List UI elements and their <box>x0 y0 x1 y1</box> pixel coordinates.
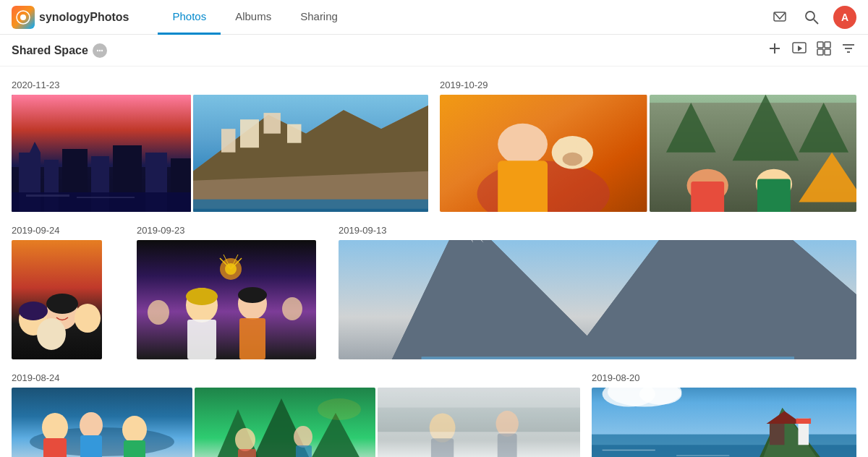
breadcrumb-actions <box>767 40 856 60</box>
date-label-2019-08-24: 2019-08-24 <box>12 372 580 383</box>
tab-albums[interactable]: Albums <box>221 0 286 35</box>
svg-rect-38 <box>287 124 302 143</box>
logo-text: synologyPhotos <box>39 11 129 24</box>
svg-rect-98 <box>124 440 145 457</box>
svg-point-93 <box>42 413 68 442</box>
svg-rect-14 <box>817 49 823 55</box>
svg-rect-74 <box>187 320 216 359</box>
svg-point-7 <box>101 49 103 51</box>
svg-point-64 <box>46 294 78 314</box>
date-label-2019-08-20: 2019-08-20 <box>592 372 856 383</box>
svg-rect-36 <box>240 119 259 148</box>
photo-hikers[interactable] <box>650 95 857 212</box>
date-label-2019-10-29: 2019-10-29 <box>440 80 856 90</box>
svg-rect-55 <box>691 181 724 212</box>
photo-party-selfie[interactable] <box>12 240 102 359</box>
date-label-2020-11-23: 2020-11-23 <box>12 80 428 90</box>
photo-island[interactable] <box>592 388 856 457</box>
date-label-2019-09-23: 2019-09-23 <box>137 225 327 236</box>
tab-photos[interactable]: Photos <box>158 0 221 35</box>
svg-rect-57 <box>757 179 790 212</box>
app-header: synologyPhotos Photos Albums Sharing A <box>0 0 868 35</box>
svg-point-78 <box>238 287 267 303</box>
grid-view-button[interactable] <box>816 40 832 60</box>
svg-point-6 <box>99 49 101 51</box>
section-2019-08-24: 2019-08-24 <box>12 365 580 457</box>
tab-sharing[interactable]: Sharing <box>286 0 352 35</box>
svg-rect-94 <box>43 438 67 457</box>
svg-point-95 <box>80 412 103 438</box>
section-2019-09-23: 2019-09-23 <box>137 218 327 359</box>
section-2019-08-20: 2019-08-20 <box>592 365 856 457</box>
photo-misty[interactable] <box>378 388 580 457</box>
svg-point-97 <box>122 416 147 443</box>
svg-rect-121 <box>770 424 784 445</box>
section-2019-09-13: 2019-09-13 <box>339 218 856 359</box>
add-button[interactable] <box>767 40 783 60</box>
svg-rect-13 <box>825 42 830 48</box>
svg-rect-44 <box>498 161 548 212</box>
svg-point-48 <box>563 153 583 166</box>
svg-point-47 <box>576 138 589 155</box>
svg-point-3 <box>806 12 814 20</box>
section-2020-11-23: 2020-11-23 <box>12 72 428 212</box>
breadcrumb-bar: Shared Space <box>0 35 868 67</box>
svg-point-80 <box>282 297 302 320</box>
svg-point-1 <box>20 14 26 20</box>
breadcrumb-left: Shared Space <box>12 43 107 58</box>
svg-rect-115 <box>378 388 580 408</box>
svg-point-103 <box>235 428 255 451</box>
svg-rect-31 <box>77 197 135 198</box>
section-2019-09-24: 2019-09-24 <box>12 218 125 359</box>
svg-rect-35 <box>221 129 236 153</box>
svg-rect-124 <box>796 419 811 424</box>
avatar[interactable]: A <box>833 6 856 29</box>
svg-rect-114 <box>378 432 580 457</box>
svg-point-43 <box>498 124 548 165</box>
photo-dog-orange[interactable] <box>440 95 647 212</box>
svg-rect-86 <box>422 356 795 359</box>
photo-party-dance[interactable] <box>137 240 316 359</box>
svg-point-46 <box>556 138 569 155</box>
svg-rect-12 <box>817 42 823 48</box>
svg-line-4 <box>814 20 818 24</box>
svg-point-77 <box>186 288 218 305</box>
svg-rect-30 <box>26 195 69 197</box>
slideshow-button[interactable] <box>791 40 807 60</box>
svg-marker-11 <box>798 46 802 51</box>
svg-point-79 <box>148 300 169 325</box>
svg-rect-40 <box>193 209 428 212</box>
svg-rect-15 <box>825 49 830 55</box>
svg-rect-76 <box>239 318 265 359</box>
photo-forest[interactable] <box>195 388 375 457</box>
main-nav: Photos Albums Sharing <box>158 0 770 35</box>
filter-button[interactable] <box>841 40 856 60</box>
breadcrumb-text: Shared Space <box>12 44 88 57</box>
svg-point-65 <box>19 302 48 320</box>
logo-icon <box>12 6 35 29</box>
svg-point-104 <box>294 426 312 448</box>
svg-point-107 <box>318 398 361 420</box>
photo-city-night[interactable] <box>12 95 191 212</box>
logo: synologyPhotos <box>12 6 129 29</box>
svg-rect-106 <box>296 445 312 457</box>
main-content: 2020-11-23 <box>0 67 868 457</box>
date-label-2019-09-13: 2019-09-13 <box>339 225 856 236</box>
svg-rect-37 <box>264 113 281 134</box>
photo-mountain-lake[interactable] <box>339 240 856 359</box>
photo-water-fun[interactable] <box>12 388 192 457</box>
svg-rect-105 <box>238 449 256 457</box>
photo-coastal[interactable] <box>193 95 428 212</box>
header-actions: A <box>770 6 856 29</box>
section-2019-10-29: 2019-10-29 <box>440 72 856 212</box>
search-icon[interactable] <box>801 7 822 27</box>
breadcrumb-menu-button[interactable] <box>93 43 107 58</box>
svg-point-62 <box>75 304 101 333</box>
date-label-2019-09-24: 2019-09-24 <box>12 225 125 236</box>
svg-rect-96 <box>80 435 102 457</box>
svg-point-63 <box>37 318 66 350</box>
notifications-icon[interactable] <box>770 7 790 27</box>
svg-point-5 <box>97 49 98 51</box>
